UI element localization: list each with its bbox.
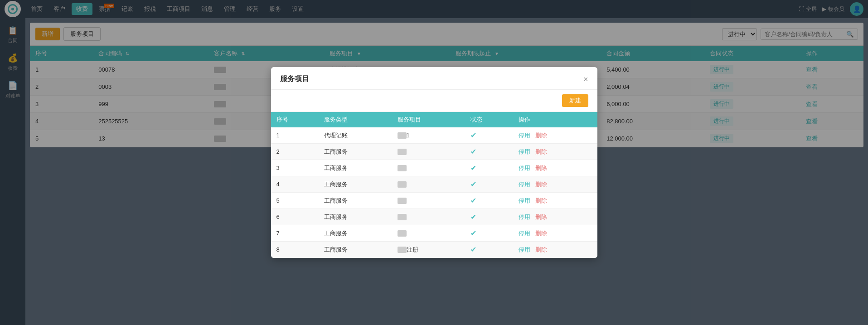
- modal-cell-actions: 停用 删除: [513, 209, 597, 225]
- blurred-item: [398, 247, 407, 253]
- modal-cell-item: [392, 176, 465, 193]
- modal-cell-actions: 停用 删除: [513, 127, 597, 144]
- modal-cell-actions: 停用 删除: [513, 160, 597, 176]
- modal-close-button[interactable]: ×: [583, 75, 588, 83]
- blurred-item: [398, 181, 407, 188]
- blurred-item: [398, 214, 407, 220]
- modal-toolbar: 新建: [271, 90, 597, 112]
- status-check-icon: ✔: [470, 213, 476, 221]
- disable-link[interactable]: 停用: [519, 246, 530, 253]
- modal-overlay[interactable]: 服务项目 × 新建 序号 服务类型 服务项目 状态 操作: [0, 0, 868, 325]
- modal-cell-status: ✔: [465, 193, 513, 209]
- blurred-item: [398, 198, 407, 204]
- modal-cell-actions: 停用 删除: [513, 144, 597, 160]
- status-check-icon: ✔: [470, 164, 476, 172]
- modal-body: 序号 服务类型 服务项目 状态 操作 1 代理记账 1 ✔ 停用 删除 2 工商…: [271, 112, 597, 258]
- modal-cell-seq: 1: [271, 127, 319, 144]
- modal-cell-seq: 4: [271, 176, 319, 193]
- modal-table: 序号 服务类型 服务项目 状态 操作 1 代理记账 1 ✔ 停用 删除 2 工商…: [271, 112, 597, 258]
- delete-link[interactable]: 删除: [535, 165, 547, 171]
- modal-cell-status: ✔: [465, 160, 513, 176]
- modal-col-status: 状态: [465, 112, 513, 127]
- modal-cell-item: 注册: [392, 242, 465, 258]
- status-check-icon: ✔: [470, 180, 476, 188]
- modal-cell-seq: 8: [271, 242, 319, 258]
- modal-col-seq: 序号: [271, 112, 319, 127]
- modal-cell-seq: 2: [271, 144, 319, 160]
- modal-cell-type: 工商服务: [319, 225, 392, 242]
- modal-cell-status: ✔: [465, 209, 513, 225]
- disable-link[interactable]: 停用: [519, 213, 530, 220]
- delete-link[interactable]: 删除: [535, 213, 547, 220]
- modal-cell-item: 1: [392, 127, 465, 144]
- modal-cell-item: [392, 144, 465, 160]
- modal-header-row: 序号 服务类型 服务项目 状态 操作: [271, 112, 597, 127]
- modal-header: 服务项目 ×: [271, 67, 597, 90]
- modal-cell-type: 工商服务: [319, 176, 392, 193]
- modal-cell-item: [392, 160, 465, 176]
- modal-col-action: 操作: [513, 112, 597, 127]
- disable-link[interactable]: 停用: [519, 230, 530, 237]
- modal-table-row: 6 工商服务 ✔ 停用 删除: [271, 209, 597, 225]
- modal-cell-actions: 停用 删除: [513, 176, 597, 193]
- delete-link[interactable]: 删除: [535, 246, 547, 253]
- disable-link[interactable]: 停用: [519, 181, 530, 188]
- modal-table-row: 1 代理记账 1 ✔ 停用 删除: [271, 127, 597, 144]
- modal-cell-actions: 停用 删除: [513, 242, 597, 258]
- modal-table-row: 8 工商服务 注册 ✔ 停用 删除: [271, 242, 597, 258]
- blurred-item: [398, 230, 407, 237]
- blurred-item: [398, 149, 407, 155]
- modal-cell-type: 工商服务: [319, 242, 392, 258]
- blurred-item: [398, 165, 407, 171]
- service-modal: 服务项目 × 新建 序号 服务类型 服务项目 状态 操作: [271, 67, 597, 258]
- modal-table-row: 7 工商服务 ✔ 停用 删除: [271, 225, 597, 242]
- modal-cell-type: 工商服务: [319, 209, 392, 225]
- modal-cell-actions: 停用 删除: [513, 225, 597, 242]
- modal-cell-status: ✔: [465, 225, 513, 242]
- modal-cell-item: [392, 225, 465, 242]
- modal-new-button[interactable]: 新建: [562, 94, 588, 107]
- modal-cell-type: 工商服务: [319, 144, 392, 160]
- modal-cell-seq: 3: [271, 160, 319, 176]
- modal-table-head: 序号 服务类型 服务项目 状态 操作: [271, 112, 597, 127]
- blurred-item: [398, 132, 407, 139]
- modal-cell-type: 代理记账: [319, 127, 392, 144]
- disable-link[interactable]: 停用: [519, 132, 530, 139]
- modal-cell-seq: 7: [271, 225, 319, 242]
- modal-cell-seq: 5: [271, 193, 319, 209]
- delete-link[interactable]: 删除: [535, 197, 547, 204]
- modal-cell-actions: 停用 删除: [513, 193, 597, 209]
- modal-cell-status: ✔: [465, 144, 513, 160]
- modal-table-row: 3 工商服务 ✔ 停用 删除: [271, 160, 597, 176]
- delete-link[interactable]: 删除: [535, 132, 547, 139]
- status-check-icon: ✔: [470, 229, 476, 237]
- status-check-icon: ✔: [470, 197, 476, 204]
- delete-link[interactable]: 删除: [535, 230, 547, 237]
- modal-col-item: 服务项目: [392, 112, 465, 127]
- modal-table-row: 5 工商服务 ✔ 停用 删除: [271, 193, 597, 209]
- modal-cell-status: ✔: [465, 127, 513, 144]
- modal-cell-status: ✔: [465, 242, 513, 258]
- status-check-icon: ✔: [470, 246, 476, 253]
- modal-cell-item: [392, 209, 465, 225]
- modal-table-body: 1 代理记账 1 ✔ 停用 删除 2 工商服务 ✔ 停用 删除 3 工商服务 ✔…: [271, 127, 597, 258]
- status-check-icon: ✔: [470, 131, 476, 139]
- modal-cell-type: 工商服务: [319, 193, 392, 209]
- disable-link[interactable]: 停用: [519, 197, 530, 204]
- modal-col-type: 服务类型: [319, 112, 392, 127]
- delete-link[interactable]: 删除: [535, 181, 547, 188]
- status-check-icon: ✔: [470, 148, 476, 155]
- disable-link[interactable]: 停用: [519, 148, 530, 155]
- modal-table-row: 4 工商服务 ✔ 停用 删除: [271, 176, 597, 193]
- modal-cell-seq: 6: [271, 209, 319, 225]
- modal-cell-item: [392, 193, 465, 209]
- delete-link[interactable]: 删除: [535, 148, 547, 155]
- modal-cell-type: 工商服务: [319, 160, 392, 176]
- modal-title: 服务项目: [280, 74, 309, 84]
- disable-link[interactable]: 停用: [519, 165, 530, 171]
- modal-table-row: 2 工商服务 ✔ 停用 删除: [271, 144, 597, 160]
- modal-cell-status: ✔: [465, 176, 513, 193]
